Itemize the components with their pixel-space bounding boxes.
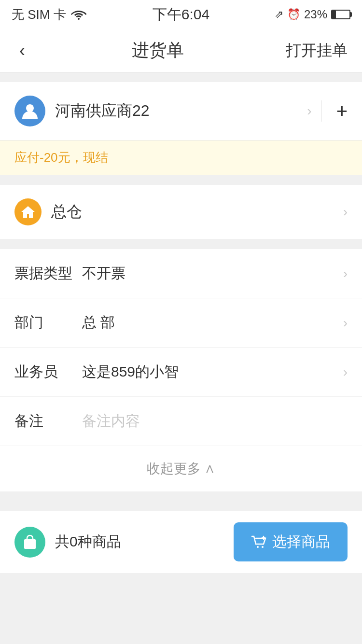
product-cart-icon [14, 527, 45, 558]
section-gap-4 [0, 491, 362, 501]
invoice-label: 票据类型 [14, 264, 72, 283]
svg-rect-1 [24, 539, 36, 549]
supplier-card: 河南供应商22 › + 应付-20元，现结 [0, 82, 362, 175]
supplier-name: 河南供应商22 [55, 100, 307, 122]
collapse-label: 收起更多 ∧ [147, 460, 216, 478]
supplier-divider [321, 100, 322, 122]
section-gap-3 [0, 239, 362, 249]
status-time: 下午6:04 [153, 5, 209, 25]
dept-arrow-icon: › [343, 315, 348, 331]
form-card: 票据类型 不开票 › 部门 总 部 › 业务员 这是859的小智 › 备注 备注… [0, 249, 362, 491]
notice-bar: 应付-20元，现结 [0, 140, 362, 175]
section-gap-2 [0, 175, 362, 185]
invoice-arrow-icon: › [343, 266, 348, 281]
section-gap-1 [0, 72, 362, 82]
bottom-section: 共0种商品 选择商品 [0, 511, 362, 573]
alarm-icon: ⏰ [287, 8, 300, 21]
remark-label: 备注 [14, 411, 72, 431]
status-right: ⇗ ⏰ 23% [275, 8, 350, 21]
warehouse-arrow-icon: › [343, 204, 348, 220]
supplier-row[interactable]: 河南供应商22 › + [0, 82, 362, 140]
warehouse-icon [14, 198, 42, 225]
battery-fill [332, 11, 336, 18]
remark-input[interactable]: 备注内容 [72, 411, 348, 431]
svg-point-2 [257, 546, 259, 548]
invoice-value: 不开票 [72, 264, 343, 283]
open-pending-button[interactable]: 打开挂单 [286, 40, 348, 61]
shopping-bag-icon [21, 533, 39, 551]
dept-label: 部门 [14, 313, 72, 333]
svg-point-0 [26, 104, 34, 112]
battery-percent: 23% [304, 8, 327, 21]
warehouse-name: 总仓 [51, 201, 343, 223]
sales-value: 这是859的小智 [72, 362, 343, 382]
sales-arrow-icon: › [343, 364, 348, 380]
warehouse-row[interactable]: 总仓 › [0, 185, 362, 239]
page-background [0, 573, 362, 644]
status-bar: 无 SIM 卡 下午6:04 ⇗ ⏰ 23% [0, 0, 362, 29]
wifi-icon [71, 9, 86, 20]
house-icon [20, 204, 36, 220]
svg-point-3 [262, 546, 264, 548]
supplier-arrow-icon: › [307, 103, 311, 119]
select-product-label: 选择商品 [272, 532, 330, 552]
back-button[interactable]: ‹ [14, 36, 30, 66]
carrier-label: 无 SIM 卡 [12, 6, 66, 23]
nav-bar: ‹ 进货单 打开挂单 [0, 29, 362, 72]
remark-row[interactable]: 备注 备注内容 [0, 396, 362, 446]
gps-icon: ⇗ [275, 8, 283, 21]
sales-label: 业务员 [14, 362, 72, 382]
dept-row[interactable]: 部门 总 部 › [0, 298, 362, 347]
invoice-row[interactable]: 票据类型 不开票 › [0, 249, 362, 298]
person-icon [20, 101, 40, 121]
battery-bar [331, 10, 350, 19]
add-supplier-button[interactable]: + [336, 100, 348, 122]
product-count-label: 共0种商品 [55, 532, 234, 552]
page-title: 进货单 [132, 39, 184, 62]
sales-row[interactable]: 业务员 这是859的小智 › [0, 347, 362, 396]
warehouse-card: 总仓 › [0, 185, 362, 239]
notice-text: 应付-20元，现结 [14, 150, 108, 165]
collapse-row[interactable]: 收起更多 ∧ [0, 446, 362, 491]
select-product-button[interactable]: 选择商品 [234, 522, 348, 561]
cart-plus-icon [251, 534, 266, 550]
status-left: 无 SIM 卡 [12, 6, 86, 23]
dept-value: 总 部 [72, 313, 343, 333]
supplier-avatar [14, 96, 45, 126]
